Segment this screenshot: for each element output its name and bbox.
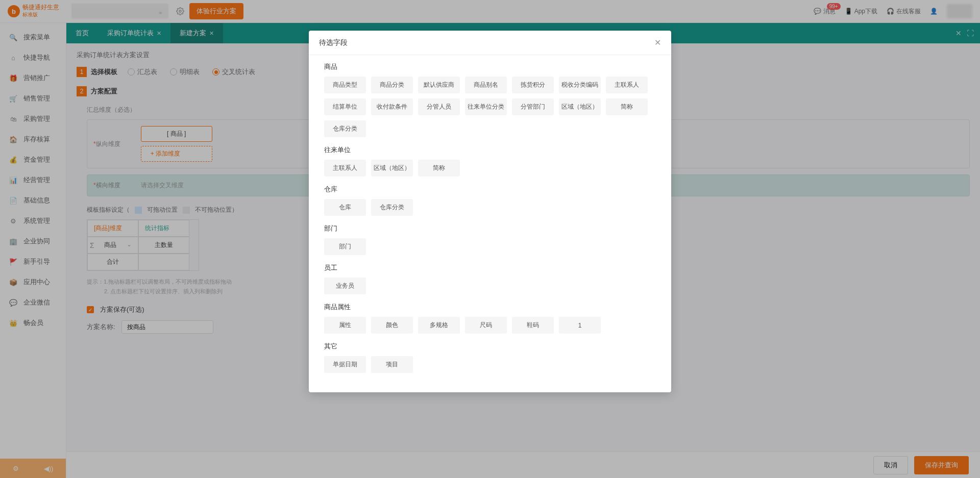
field-chip[interactable]: 业务员 — [324, 278, 366, 294]
field-group-title: 商品属性 — [324, 303, 656, 312]
field-chip[interactable]: 商品别名 — [465, 77, 507, 93]
field-chip[interactable]: 区域（地区） — [371, 160, 413, 177]
field-group-4: 员工业务员 — [324, 263, 656, 294]
field-chip[interactable]: 鞋码 — [512, 317, 554, 334]
field-group-title: 其它 — [324, 342, 656, 351]
field-chip[interactable]: 部门 — [324, 238, 366, 255]
field-chip[interactable]: 分管人员 — [418, 98, 460, 115]
field-chip[interactable]: 多规格 — [418, 317, 460, 334]
field-group-0: 商品商品类型商品分类默认供应商商品别名拣货积分税收分类编码主联系人结算单位收付款… — [324, 62, 656, 137]
field-chip[interactable]: 拣货积分 — [512, 77, 554, 93]
field-group-2: 仓库仓库仓库分类 — [324, 185, 656, 216]
field-chip[interactable]: 往来单位分类 — [465, 98, 507, 115]
field-group-3: 部门部门 — [324, 224, 656, 255]
field-chip[interactable]: 区域（地区） — [559, 98, 601, 115]
field-chip[interactable]: 结算单位 — [324, 98, 366, 115]
field-group-title: 员工 — [324, 263, 656, 272]
field-chip[interactable]: 简称 — [418, 160, 460, 177]
field-group-5: 商品属性属性颜色多规格尺码鞋码1 — [324, 303, 656, 334]
modal-close-icon[interactable]: ✕ — [654, 38, 661, 47]
field-chip[interactable]: 主联系人 — [606, 77, 648, 93]
field-chip[interactable]: 仓库分类 — [324, 120, 366, 137]
field-chip[interactable]: 单据日期 — [324, 356, 366, 373]
field-group-title: 往来单位 — [324, 145, 656, 155]
field-group-1: 往来单位主联系人区域（地区）简称 — [324, 145, 656, 177]
field-chip[interactable]: 1 — [559, 317, 601, 334]
field-group-title: 部门 — [324, 224, 656, 233]
field-chip[interactable]: 项目 — [371, 356, 413, 373]
field-group-title: 商品 — [324, 62, 656, 71]
modal-title: 待选字段 — [319, 38, 348, 47]
modal-overlay[interactable]: 待选字段 ✕ 商品商品类型商品分类默认供应商商品别名拣货积分税收分类编码主联系人… — [0, 0, 980, 478]
field-chip[interactable]: 分管部门 — [512, 98, 554, 115]
field-chip[interactable]: 属性 — [324, 317, 366, 334]
field-chip[interactable]: 税收分类编码 — [559, 77, 601, 93]
field-chip[interactable]: 商品类型 — [324, 77, 366, 93]
field-chip[interactable]: 商品分类 — [371, 77, 413, 93]
field-chip[interactable]: 颜色 — [371, 317, 413, 334]
field-group-title: 仓库 — [324, 185, 656, 194]
field-chip[interactable]: 收付款条件 — [371, 98, 413, 115]
field-chip[interactable]: 尺码 — [465, 317, 507, 334]
field-chip[interactable]: 简称 — [606, 98, 648, 115]
field-selector-modal: 待选字段 ✕ 商品商品类型商品分类默认供应商商品别名拣货积分税收分类编码主联系人… — [309, 31, 671, 392]
field-group-6: 其它单据日期项目 — [324, 342, 656, 373]
field-chip[interactable]: 默认供应商 — [418, 77, 460, 93]
field-chip[interactable]: 仓库 — [324, 199, 366, 216]
field-chip[interactable]: 仓库分类 — [371, 199, 413, 216]
field-chip[interactable]: 主联系人 — [324, 160, 366, 177]
